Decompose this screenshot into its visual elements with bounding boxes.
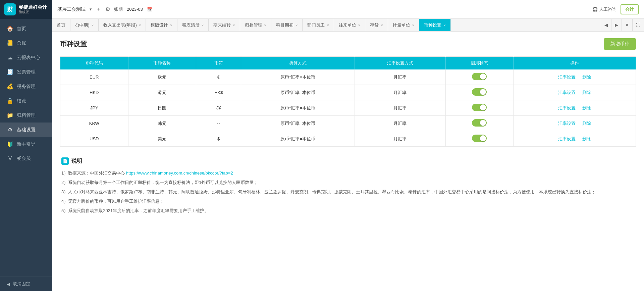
- tab-template[interactable]: 模版设计 ×: [146, 19, 177, 32]
- sidebar-item-archive[interactable]: 📁归档管理: [0, 108, 52, 123]
- tab-balance[interactable]: ℰ(中期) ×: [70, 19, 99, 32]
- tabs-expand-button[interactable]: ⛶: [633, 19, 644, 32]
- tab-close-template[interactable]: ×: [170, 23, 172, 27]
- sidebar-item-checkout[interactable]: 🔒结账: [0, 94, 52, 108]
- pin-icon: ◀: [7, 282, 10, 287]
- col-header: 汇率设置方式: [355, 57, 445, 70]
- add-tab-icon[interactable]: ＋: [96, 6, 101, 13]
- cell-calc: 原币*汇率=本位币: [241, 100, 355, 116]
- notes-heading: 说明: [71, 158, 82, 165]
- consultation-button[interactable]: 🎧 人工咨询: [592, 6, 616, 12]
- cell-toggle: [445, 85, 514, 100]
- tab-contact[interactable]: 往来单位 ×: [334, 19, 365, 32]
- headset-icon: 🎧: [592, 7, 598, 12]
- account-button[interactable]: 会计: [621, 4, 639, 14]
- notes-item: 3）人民币对马来西亚林吉特、俄罗斯卢布、南非兰特、韩元、阿联酋迪拉姆、沙特里亚尔…: [61, 188, 635, 196]
- col-header: 折算方式: [241, 57, 355, 70]
- period-label: 账期: [114, 6, 123, 12]
- page-content: 币种设置 新增币种 币种代码币种名称币符折算方式汇率设置方式启用状态操作 EUR…: [52, 32, 644, 291]
- cell-toggle: [445, 131, 514, 147]
- tab-period_close[interactable]: 期末结转 ×: [209, 19, 240, 32]
- cell-symbol: HK$: [196, 85, 241, 100]
- topbar-right: 🎧 人工咨询 会计: [592, 4, 639, 14]
- toggle-switch[interactable]: [472, 88, 487, 96]
- sidebar-nav: 🏠首页📒总账☁云报表中心🧾发票管理💰税务管理🔒结账📁归档管理⚙基础设置🔰新手引导…: [0, 19, 52, 277]
- sidebar-item-member[interactable]: V畅会员: [0, 151, 52, 165]
- rate-setting-link[interactable]: 汇率设置: [558, 75, 576, 80]
- tab-currency[interactable]: 币种设置 ×: [419, 19, 450, 32]
- delete-link[interactable]: 删除: [582, 75, 591, 80]
- sidebar-item-tax[interactable]: 💰税务管理: [0, 79, 52, 94]
- toggle-switch[interactable]: [472, 104, 487, 111]
- delete-link[interactable]: 删除: [582, 136, 591, 141]
- cell-code: USD: [60, 131, 128, 147]
- calendar-icon[interactable]: 📅: [147, 7, 152, 12]
- tab-inventory[interactable]: 存货 ×: [365, 19, 388, 32]
- tab-archive_mgmt[interactable]: 归档管理 ×: [240, 19, 271, 32]
- sidebar-item-reports[interactable]: ☁云报表中心: [0, 50, 52, 65]
- tab-close-contact[interactable]: ×: [358, 23, 360, 27]
- tabs-prev-button[interactable]: ◀: [601, 19, 611, 32]
- tab-close-balance[interactable]: ×: [92, 23, 94, 27]
- tab-close-period_close[interactable]: ×: [233, 23, 235, 27]
- tab-unit[interactable]: 计量单位 ×: [388, 19, 419, 32]
- cell-name: 日圆: [128, 100, 196, 116]
- tab-label-archive_mgmt: 归档管理: [245, 22, 262, 28]
- tabs-close-button[interactable]: ✕: [622, 19, 633, 32]
- nav-icon-member: V: [7, 155, 13, 161]
- cell-toggle: [445, 116, 514, 131]
- table-row: USD美元$原币*汇率=本位币月汇率 汇率设置 删除: [60, 131, 636, 147]
- table-row: KRW韩元--原币*汇率=本位币月汇率 汇率设置 删除: [60, 116, 636, 131]
- tab-close-archive_mgmt[interactable]: ×: [264, 23, 266, 27]
- sidebar-bottom[interactable]: ◀ 取消固定: [0, 277, 52, 291]
- tab-income[interactable]: 收入支出表(年报) ×: [99, 19, 146, 32]
- delete-link[interactable]: 删除: [582, 105, 591, 110]
- sidebar-item-invoice[interactable]: 🧾发票管理: [0, 65, 52, 79]
- tab-subject_init[interactable]: 科目期初 ×: [271, 19, 303, 32]
- toggle-switch[interactable]: [472, 73, 487, 80]
- tab-close-income[interactable]: ×: [139, 23, 141, 27]
- tab-close-currency[interactable]: ×: [443, 23, 445, 27]
- toggle-switch[interactable]: [472, 119, 487, 127]
- notes-link[interactable]: https://www.chinamoney.com.cn/chinese/bk…: [126, 171, 233, 176]
- topbar-settings-icon[interactable]: ⚙: [105, 6, 110, 12]
- rate-setting-link[interactable]: 汇率设置: [558, 121, 576, 126]
- cell-name: 美元: [128, 131, 196, 147]
- cell-actions: 汇率设置 删除: [514, 69, 636, 85]
- period-value[interactable]: 2023-03: [127, 7, 143, 12]
- tab-close-inventory[interactable]: ×: [381, 23, 383, 27]
- tab-label-tax_clear: 税表清册: [182, 22, 200, 28]
- tab-close-tax_clear[interactable]: ×: [202, 23, 204, 27]
- tab-close-subject_init[interactable]: ×: [296, 23, 298, 27]
- cell-actions: 汇率设置 删除: [514, 116, 636, 131]
- cell-name: 韩元: [128, 116, 196, 131]
- tab-close-dept_staff[interactable]: ×: [327, 23, 329, 27]
- notes-item: 1）数据来源：中国外汇交易中心 https://www.chinamoney.c…: [61, 169, 635, 178]
- tab-close-unit[interactable]: ×: [412, 23, 414, 27]
- sidebar-item-home[interactable]: 🏠首页: [0, 21, 52, 36]
- cell-rate-type: 月汇率: [355, 69, 445, 85]
- rate-setting-link[interactable]: 汇率设置: [558, 90, 576, 95]
- rate-setting-link[interactable]: 汇率设置: [558, 105, 576, 110]
- nav-label-settings: 基础设置: [17, 127, 36, 133]
- cell-actions: 汇率设置 删除: [514, 85, 636, 100]
- tabs-next-button[interactable]: ▶: [611, 19, 622, 32]
- cell-rate-type: 月汇率: [355, 100, 445, 116]
- tab-tax_clear[interactable]: 税表清册 ×: [177, 19, 209, 32]
- sidebar-item-guide[interactable]: 🔰新手引导: [0, 137, 52, 151]
- cell-calc: 原币*汇率=本位币: [241, 85, 355, 100]
- cell-toggle: [445, 69, 514, 85]
- tab-dept_staff[interactable]: 部门员工 ×: [303, 19, 334, 32]
- company-dropdown-icon[interactable]: ▾: [90, 7, 92, 12]
- sidebar: 财 畅捷通好会计 旗舰版 🏠首页📒总账☁云报表中心🧾发票管理💰税务管理🔒结账📁归…: [0, 0, 52, 291]
- sidebar-item-settings[interactable]: ⚙基础设置: [0, 123, 52, 137]
- delete-link[interactable]: 删除: [582, 90, 591, 95]
- rate-setting-link[interactable]: 汇率设置: [558, 136, 576, 141]
- toggle-switch[interactable]: [472, 135, 487, 142]
- delete-link[interactable]: 删除: [582, 121, 591, 126]
- sidebar-item-ledger[interactable]: 📒总账: [0, 36, 52, 50]
- logo-text-block: 畅捷通好会计 旗舰版: [19, 4, 47, 15]
- cell-actions: 汇率设置 删除: [514, 131, 636, 147]
- new-currency-button[interactable]: 新增币种: [604, 38, 636, 50]
- tab-home[interactable]: 首页: [52, 19, 70, 32]
